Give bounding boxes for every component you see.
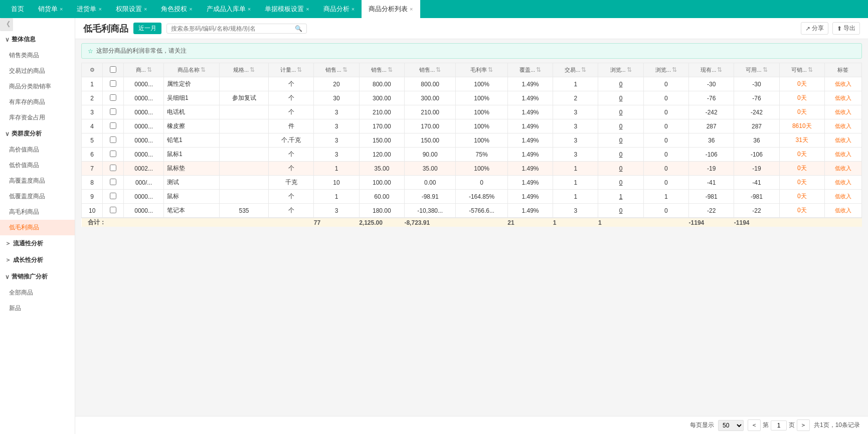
browse1-link[interactable]: 0 [619, 179, 623, 186]
th-profit-rate[interactable]: 毛利率⇅ [456, 63, 507, 77]
select-all-checkbox[interactable] [110, 66, 116, 73]
row-name[interactable]: 鼠标1 [164, 148, 220, 162]
row-name[interactable]: 橡皮擦 [164, 119, 220, 133]
th-sale-profit[interactable]: 销售...⇅ [404, 63, 455, 77]
th-current[interactable]: 现有...⇅ [689, 63, 734, 77]
row-browse1[interactable]: 0 [598, 91, 643, 105]
row-checkbox[interactable] [103, 162, 124, 176]
row-select-checkbox[interactable] [110, 193, 116, 199]
row-name[interactable]: 鼠标垫 [164, 162, 220, 176]
row-checkbox[interactable] [103, 133, 124, 148]
th-coverage[interactable]: 覆盖...⇅ [507, 63, 553, 77]
sidebar-section-circulation-title[interactable]: ＞流通性分析 [0, 235, 75, 252]
sidebar-item-low-coverage[interactable]: 低覆盖度商品 [0, 189, 75, 204]
browse1-link[interactable]: 0 [619, 207, 623, 214]
sidebar-item-traded[interactable]: 交易过的商品 [0, 63, 75, 79]
browse1-link[interactable]: 0 [619, 109, 623, 116]
nav-template-settings[interactable]: 单据模板设置 × [258, 0, 316, 18]
nav-product-entry[interactable]: 产成品入库单 × [200, 0, 258, 18]
export-button[interactable]: ⬆ 导出 [832, 22, 860, 35]
row-name[interactable]: 笔记本 [164, 204, 220, 218]
row-checkbox[interactable] [103, 105, 124, 119]
prev-page-button[interactable]: ＜ [748, 419, 761, 431]
search-box[interactable]: 🔍 [166, 24, 307, 34]
nav-product-analysis-list[interactable]: 商品分析列表 × [362, 0, 420, 18]
sidebar-item-low-profit[interactable]: 低毛利商品 [0, 220, 75, 235]
close-role-icon[interactable]: × [189, 6, 192, 12]
row-name[interactable]: 铅笔1 [164, 133, 220, 148]
row-checkbox[interactable] [103, 204, 124, 218]
th-spec[interactable]: 规格...⇅ [220, 63, 269, 77]
th-sale-amt[interactable]: 销售...⇅ [359, 63, 404, 77]
browse1-link[interactable]: 0 [619, 123, 623, 130]
sidebar-item-high-value[interactable]: 高价值商品 [0, 142, 75, 158]
row-checkbox[interactable] [103, 119, 124, 133]
th-unit[interactable]: 计量...⇅ [269, 63, 314, 77]
row-browse1[interactable]: 0 [598, 133, 643, 148]
sidebar-item-new-products[interactable]: 新品 [0, 301, 75, 316]
th-checkbox[interactable] [103, 63, 124, 77]
row-checkbox[interactable] [103, 91, 124, 105]
row-select-checkbox[interactable] [110, 94, 116, 101]
close-permission-icon[interactable]: × [144, 6, 147, 12]
row-browse1[interactable]: 0 [598, 204, 643, 218]
sidebar-item-capital[interactable]: 库存资金占用 [0, 110, 75, 125]
th-name[interactable]: 商品名称⇅ [164, 63, 220, 77]
close-template-icon[interactable]: × [306, 6, 309, 12]
th-settings[interactable]: ⚙ [82, 63, 103, 77]
sidebar-item-category-rate[interactable]: 商品分类助销率 [0, 79, 75, 94]
nav-home[interactable]: 首页 [4, 0, 31, 18]
browse1-link[interactable]: 0 [619, 165, 623, 172]
close-analysis-icon[interactable]: × [352, 6, 355, 12]
row-browse1[interactable]: 0 [598, 162, 643, 176]
sidebar-item-high-profit[interactable]: 高毛利商品 [0, 204, 75, 220]
browse1-link[interactable]: 0 [619, 137, 623, 144]
per-page-select[interactable]: 50 100 [718, 420, 744, 431]
sidebar-item-high-coverage[interactable]: 高覆盖度商品 [0, 173, 75, 189]
browse1-link[interactable]: 0 [619, 81, 623, 88]
th-available[interactable]: 可用...⇅ [734, 63, 779, 77]
row-browse1[interactable]: 0 [598, 77, 643, 91]
row-browse1[interactable]: 0 [598, 176, 643, 190]
th-sale-qty[interactable]: 销售...⇅ [314, 63, 359, 77]
row-select-checkbox[interactable] [110, 80, 116, 87]
row-select-checkbox[interactable] [110, 179, 116, 185]
th-tag[interactable]: 标签 [824, 63, 861, 77]
share-button[interactable]: ↗ 分享 [801, 22, 828, 35]
row-browse1[interactable]: 1 [598, 190, 643, 204]
row-name[interactable]: 属性定价 [164, 77, 220, 91]
next-page-button[interactable]: ＞ [797, 419, 810, 431]
row-browse1[interactable]: 0 [598, 148, 643, 162]
sidebar-section-overall-title[interactable]: ∨整体信息 [0, 31, 75, 48]
th-browse2[interactable]: 浏览...⇅ [643, 63, 688, 77]
row-checkbox[interactable] [103, 190, 124, 204]
sidebar-section-growth-title[interactable]: ＞成长性分析 [0, 252, 75, 268]
sidebar-section-marketing-title[interactable]: ∨营销推广分析 [0, 268, 75, 285]
row-name[interactable]: 电话机 [164, 105, 220, 119]
nav-role-auth[interactable]: 角色授权 × [154, 0, 199, 18]
th-trade[interactable]: 交易...⇅ [553, 63, 598, 77]
nav-purchase-order[interactable]: 进货单 × [70, 0, 108, 18]
row-select-checkbox[interactable] [110, 207, 116, 213]
row-browse1[interactable]: 0 [598, 119, 643, 133]
close-analysis-list-icon[interactable]: × [410, 6, 413, 12]
browse1-link[interactable]: 0 [619, 95, 623, 102]
th-browse1[interactable]: 浏览...⇅ [598, 63, 643, 77]
row-name[interactable]: 测试 [164, 176, 220, 190]
row-select-checkbox[interactable] [110, 136, 116, 143]
sidebar-item-sales-category[interactable]: 销售类商品 [0, 48, 75, 63]
sidebar-section-cluster-title[interactable]: ∨类群度分析 [0, 125, 75, 142]
search-input[interactable] [171, 25, 295, 32]
date-filter-button[interactable]: 近一月 [133, 23, 161, 34]
sidebar-collapse-button[interactable]: 《 [0, 18, 13, 31]
sidebar-item-all-products[interactable]: 全部商品 [0, 285, 75, 301]
row-checkbox[interactable] [103, 77, 124, 91]
browse1-link[interactable]: 0 [619, 151, 623, 158]
th-saleable[interactable]: 可销...⇅ [779, 63, 824, 77]
sidebar-item-in-stock[interactable]: 有库存的商品 [0, 94, 75, 110]
row-browse1[interactable]: 0 [598, 105, 643, 119]
row-select-checkbox[interactable] [110, 151, 116, 157]
nav-sales-order[interactable]: 销货单 × [31, 0, 70, 18]
search-icon[interactable]: 🔍 [295, 25, 302, 32]
row-name[interactable]: 鼠标 [164, 190, 220, 204]
